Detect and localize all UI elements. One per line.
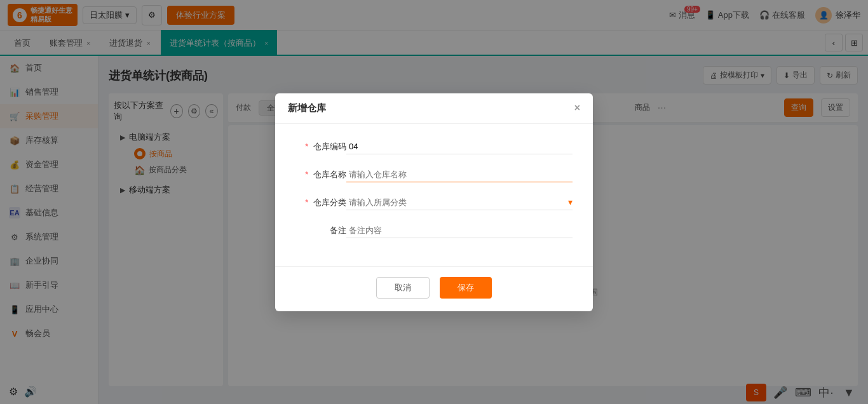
label-name-text: 仓库名称: [313, 170, 346, 179]
modal-close-button[interactable]: ×: [574, 102, 580, 114]
warehouse-code-input[interactable]: [346, 139, 573, 154]
modal-footer: 取消 保存: [275, 266, 593, 311]
warehouse-note-input[interactable]: [346, 223, 573, 238]
form-label-note: 备注: [295, 225, 346, 236]
form-label-category: * 仓库分类: [295, 197, 346, 208]
required-star-code: *: [305, 142, 308, 151]
save-button[interactable]: 保存: [440, 277, 492, 299]
label-note-text: 备注: [330, 226, 346, 235]
modal-overlay[interactable]: 新增仓库 × * 仓库编码 * 仓库名称: [0, 0, 868, 404]
add-warehouse-modal: 新增仓库 × * 仓库编码 * 仓库名称: [275, 93, 593, 311]
required-star-name: *: [305, 170, 308, 179]
form-row-category: * 仓库分类 ▾: [295, 195, 573, 210]
form-label-name: * 仓库名称: [295, 169, 346, 180]
category-dropdown-icon[interactable]: ▾: [568, 197, 573, 207]
modal-title: 新增仓库: [288, 102, 326, 114]
form-row-note: 备注: [295, 223, 573, 238]
warehouse-name-input[interactable]: [346, 167, 573, 182]
modal-header: 新增仓库 ×: [275, 93, 593, 124]
warehouse-category-wrapper: ▾: [346, 195, 573, 210]
form-row-code: * 仓库编码: [295, 139, 573, 154]
label-category-text: 仓库分类: [313, 198, 346, 207]
cancel-button[interactable]: 取消: [376, 277, 430, 299]
warehouse-category-input[interactable]: [346, 195, 568, 210]
form-row-name: * 仓库名称: [295, 167, 573, 182]
label-code-text: 仓库编码: [313, 142, 346, 151]
required-star-category: *: [305, 198, 308, 207]
modal-body: * 仓库编码 * 仓库名称 * 仓库分类: [275, 124, 593, 266]
form-label-code: * 仓库编码: [295, 141, 346, 152]
